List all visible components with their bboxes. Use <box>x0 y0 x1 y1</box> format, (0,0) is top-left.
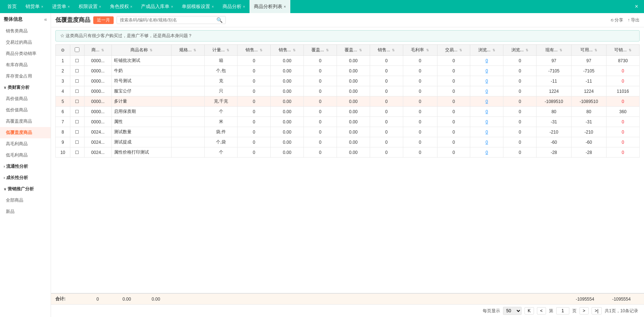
nav-sales[interactable]: 销货单 × <box>21 0 48 13</box>
cell-checkbox[interactable]: ☐ <box>70 127 84 137</box>
cell-checkbox[interactable]: ☐ <box>70 86 84 96</box>
first-page-btn[interactable]: K <box>525 307 534 314</box>
sidebar-item-category-rate[interactable]: 商品分类动销率 <box>0 48 51 59</box>
sidebar-item-low-profit[interactable]: 低毛利商品 <box>0 150 51 161</box>
cell-name: 测试数量 <box>111 127 171 137</box>
th-sales2[interactable]: 销售... ⇅ <box>271 45 304 56</box>
next-page-btn[interactable]: > <box>580 307 589 314</box>
th-name[interactable]: 商品名称 ⇅ <box>111 45 171 56</box>
sidebar-item-sales-goods[interactable]: 销售类商品 <box>0 25 51 37</box>
sort-icon-cov1[interactable]: ⇅ <box>326 48 329 52</box>
sort-icon-code[interactable]: ⇅ <box>101 48 104 52</box>
date-filter-btn[interactable]: 近一月 <box>93 16 114 24</box>
th-available[interactable]: 可用... ⇅ <box>572 45 606 56</box>
sidebar-group-marketing[interactable]: ∨ 营销推广分析 <box>0 183 51 195</box>
nav-close-role[interactable]: × <box>130 5 133 9</box>
share-btn[interactable]: ⎋ 分享 <box>611 17 623 23</box>
th-current[interactable]: 现有... ⇅ <box>537 45 572 56</box>
nav-template[interactable]: 单据模板设置 × <box>177 0 218 13</box>
sort-icon-gross[interactable]: ⇅ <box>426 48 429 52</box>
sort-icon-current[interactable]: ⇅ <box>559 48 562 52</box>
sidebar-item-inventory-capital[interactable]: 库存资金占用 <box>0 71 51 82</box>
th-checkbox[interactable] <box>70 45 84 56</box>
th-settings[interactable]: ⚙ <box>56 45 70 56</box>
sidebar-item-stocked-goods[interactable]: 有库存商品 <box>0 59 51 71</box>
th-sales1[interactable]: 销售... ⇅ <box>237 45 271 56</box>
cell-checkbox[interactable]: ☐ <box>70 76 84 86</box>
sidebar-header[interactable]: 整体信息 « <box>0 13 51 25</box>
nav-close-sales[interactable]: × <box>41 5 43 9</box>
nav-close-template[interactable]: × <box>212 5 214 9</box>
cell-checkbox[interactable]: ☐ <box>70 66 84 76</box>
nav-close-goods-analysis[interactable]: × <box>243 5 245 9</box>
th-code[interactable]: 商... ⇅ <box>84 45 111 56</box>
nav-goods-analysis[interactable]: 商品分析 × <box>218 0 250 13</box>
footer-label: 合计: <box>55 296 77 302</box>
th-trade[interactable]: 交易... ⇅ <box>437 45 470 56</box>
search-input[interactable] <box>120 17 215 23</box>
sidebar-item-new-goods[interactable]: 新品 <box>0 206 51 217</box>
sidebar-group-circulation[interactable]: › 流通性分析 <box>0 161 51 172</box>
sidebar-item-high-coverage[interactable]: 高覆盖度商品 <box>0 116 51 127</box>
th-coverage1[interactable]: 覆盖... ⇅ <box>304 45 337 56</box>
sidebar-item-high-value[interactable]: 高价值商品 <box>0 93 51 104</box>
sort-icon-sales2[interactable]: ⇅ <box>293 48 296 52</box>
last-page-btn[interactable]: >| <box>592 307 602 314</box>
sidebar-item-low-coverage[interactable]: 低覆盖度商品 <box>0 127 51 138</box>
sort-icon-spec[interactable]: ⇅ <box>193 48 196 52</box>
sort-icon-unit[interactable]: ⇅ <box>227 48 229 52</box>
nav-permission[interactable]: 权限设置 × <box>74 0 106 13</box>
select-all-checkbox[interactable] <box>75 47 79 52</box>
cell-gross: 0 <box>403 76 437 86</box>
nav-role[interactable]: 角色授权 × <box>106 0 137 13</box>
page-input[interactable] <box>556 307 569 314</box>
nav-close-all-btn[interactable]: × <box>632 3 641 10</box>
th-spec[interactable]: 规格... ⇅ <box>171 45 204 56</box>
nav-goods-analysis-list[interactable]: 商品分析列表 × <box>250 0 290 13</box>
cell-checkbox[interactable]: ☐ <box>70 137 84 147</box>
sort-icon-available[interactable]: ⇅ <box>594 48 597 52</box>
cell-checkbox[interactable]: ☐ <box>70 147 84 158</box>
sidebar-collapse-btn[interactable]: « <box>44 16 47 22</box>
sidebar-group-growth[interactable]: › 成长性分析 <box>0 172 51 183</box>
nav-home[interactable]: 首页 <box>3 0 21 13</box>
cell-checkbox[interactable]: ☐ <box>70 96 84 107</box>
sort-icon-name[interactable]: ⇅ <box>150 48 153 52</box>
nav-close-purchase[interactable]: × <box>68 5 70 9</box>
sort-icon-sales1[interactable]: ⇅ <box>260 48 263 52</box>
sort-icon-browse1[interactable]: ⇅ <box>492 48 495 52</box>
nav-close-permission[interactable]: × <box>99 5 101 9</box>
cell-checkbox[interactable]: ☐ <box>70 107 84 117</box>
sort-icon-cov2[interactable]: ⇅ <box>359 48 362 52</box>
search-icon[interactable]: 🔍 <box>216 17 223 23</box>
th-unit[interactable]: 计量... ⇅ <box>204 45 237 56</box>
cell-sales2: 0.00 <box>271 56 304 66</box>
nav-close-goods-analysis-list[interactable]: × <box>284 5 286 9</box>
sort-icon-browse2[interactable]: ⇅ <box>526 48 529 52</box>
page-size-select[interactable]: 50 100 200 <box>503 307 522 315</box>
sort-icon-trade[interactable]: ⇅ <box>459 48 462 52</box>
sidebar-item-all-goods[interactable]: 全部商品 <box>0 195 51 206</box>
sidebar-item-high-profit[interactable]: 高毛利商品 <box>0 138 51 150</box>
cell-sales2: 0.00 <box>271 96 304 107</box>
nav-production[interactable]: 产成品入库单 × <box>137 0 177 13</box>
cell-checkbox[interactable]: ☐ <box>70 56 84 66</box>
th-saleable[interactable]: 可销... ⇅ <box>606 45 640 56</box>
cell-checkbox[interactable]: ☐ <box>70 117 84 127</box>
sort-icon-saleable[interactable]: ⇅ <box>629 48 632 52</box>
nav-purchase[interactable]: 进货单 × <box>48 0 74 13</box>
export-btn[interactable]: ↑ 导出 <box>628 17 640 23</box>
cell-cov1: 0 <box>304 127 337 137</box>
th-browse2[interactable]: 浏览... ⇅ <box>503 45 537 56</box>
th-sales3[interactable]: 销售... ⇅ <box>370 45 403 56</box>
sidebar-item-low-value[interactable]: 低价值商品 <box>0 104 51 116</box>
th-coverage2[interactable]: 覆盖... ⇅ <box>337 45 370 56</box>
prev-page-btn[interactable]: < <box>537 307 546 314</box>
sort-icon-sales3[interactable]: ⇅ <box>392 48 395 52</box>
sidebar-group-wealth[interactable]: ∨ 类财富分析 <box>0 82 51 93</box>
sidebar-item-traded-goods[interactable]: 交易过的商品 <box>0 37 51 48</box>
th-browse1[interactable]: 浏览... ⇅ <box>470 45 503 56</box>
nav-close-production[interactable]: × <box>171 5 173 9</box>
th-gross[interactable]: 毛利率 ⇅ <box>403 45 437 56</box>
settings-icon[interactable]: ⚙ <box>61 48 65 53</box>
